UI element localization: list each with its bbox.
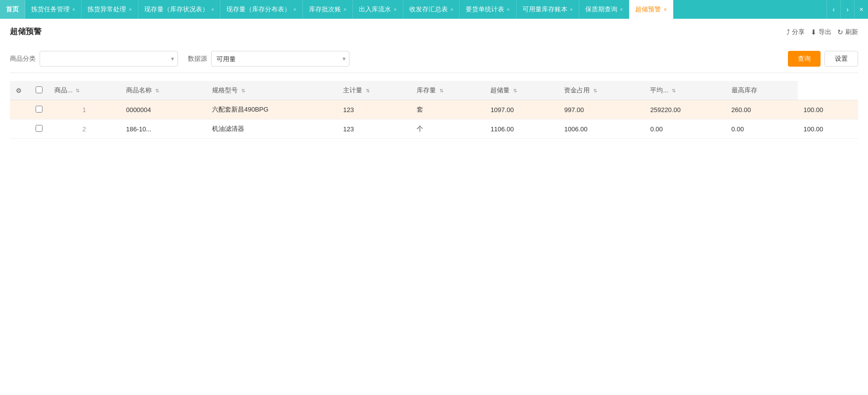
row-spec: 123: [337, 100, 411, 119]
row-settings: [10, 100, 30, 119]
query-button[interactable]: 查询: [788, 51, 821, 67]
filter-row: 商品分类 数据源 可用量 库存量 查询 设置: [10, 45, 858, 73]
filter-actions: 查询 设置: [788, 51, 858, 67]
page-header: 超储预警 ⤴ 分享 ⬇ 导出 ↻ 刷新: [10, 27, 858, 37]
nav-inventory-status[interactable]: 现存量（库存状况表） ×: [138, 0, 220, 19]
th-avg[interactable]: 平均... ⇅: [644, 81, 725, 100]
row-stock-qty: 1097.00: [484, 100, 558, 119]
row-unit: 套: [411, 100, 484, 119]
nav-task-mgmt[interactable]: 拣货任务管理 ×: [25, 0, 82, 19]
th-unit[interactable]: 主计量 ⇅: [337, 81, 411, 100]
th-max-stock[interactable]: 最高库存: [726, 81, 798, 100]
close-icon[interactable]: ×: [570, 6, 573, 12]
row-max-stock: 100.00: [798, 100, 859, 119]
row-product-name: 机油滤清器: [206, 119, 337, 139]
category-label: 商品分类: [10, 54, 36, 63]
row-check-cell[interactable]: [30, 119, 48, 139]
select-all-checkbox[interactable]: [36, 86, 43, 93]
sort-icon: ⇅: [439, 88, 443, 93]
row-over-qty: 997.00: [558, 100, 644, 119]
row-capital-used: 259220.00: [644, 100, 725, 119]
table-container: ⚙ 商品... ⇅ 商品名称 ⇅ 规格型号 ⇅: [10, 81, 858, 139]
nav-shelf-life[interactable]: 保质期查询 ×: [579, 0, 629, 19]
nav-inout-flow[interactable]: 出入库流水 ×: [353, 0, 403, 19]
sort-icon: ⇅: [76, 88, 80, 93]
nav-order-stat[interactable]: 要货单统计表 ×: [460, 0, 516, 19]
refresh-button[interactable]: ↻ 刷新: [837, 28, 858, 37]
row-capital-used: 0.00: [644, 119, 725, 139]
gear-icon: ⚙: [16, 87, 22, 94]
nav-close-arrow[interactable]: ×: [854, 0, 868, 19]
th-stock-qty[interactable]: 库存量 ⇅: [411, 81, 484, 100]
category-select[interactable]: [40, 51, 178, 67]
row-checkbox[interactable]: [36, 106, 43, 113]
close-icon[interactable]: ×: [129, 6, 131, 12]
main-content: 超储预警 ⤴ 分享 ⬇ 导出 ↻ 刷新 商品分类: [0, 19, 868, 395]
nav-collect[interactable]: 收发存汇总表 ×: [403, 0, 460, 19]
close-icon[interactable]: ×: [507, 6, 510, 12]
share-icon: ⤴: [786, 28, 790, 36]
close-icon[interactable]: ×: [72, 6, 75, 12]
header-actions: ⤴ 分享 ⬇ 导出 ↻ 刷新: [786, 28, 858, 37]
row-avg: 260.00: [726, 100, 798, 119]
refresh-icon: ↻: [837, 28, 843, 36]
sort-icon: ⇅: [155, 88, 159, 93]
nav-arrows: ‹ › ×: [826, 0, 868, 19]
th-product-name[interactable]: 商品名称 ⇅: [120, 81, 206, 100]
nav-left-arrow[interactable]: ‹: [826, 0, 840, 19]
datasource-select[interactable]: 可用量 库存量: [211, 51, 349, 67]
table-header: ⚙ 商品... ⇅ 商品名称 ⇅ 规格型号 ⇅: [10, 81, 858, 100]
nav-inventory-dist[interactable]: 现存量（库存分布表） ×: [220, 0, 303, 19]
row-spec: 123: [337, 119, 411, 139]
category-select-wrapper: [40, 51, 178, 67]
page-title: 超储预警: [10, 27, 42, 37]
row-product-name: 六配套新昌490BPG: [206, 100, 337, 119]
th-spec[interactable]: 规格型号 ⇅: [206, 81, 337, 100]
table-row: 2 186-10... 机油滤清器 123 个 1106.00 1006.00 …: [10, 119, 858, 139]
row-max-stock: 100.00: [798, 119, 859, 139]
row-avg: 0.00: [726, 119, 798, 139]
row-product-code: 0000004: [120, 100, 206, 119]
datasource-label: 数据源: [188, 54, 207, 63]
th-gear[interactable]: ⚙: [10, 81, 30, 100]
th-capital-used[interactable]: 资金占用 ⇅: [558, 81, 644, 100]
datasource-filter-group: 数据源 可用量 库存量: [188, 51, 349, 67]
th-check[interactable]: [30, 81, 48, 100]
share-button[interactable]: ⤴ 分享: [786, 28, 805, 37]
close-icon[interactable]: ×: [663, 6, 666, 12]
settings-button[interactable]: 设置: [825, 51, 858, 67]
row-checkbox[interactable]: [36, 125, 43, 132]
sort-icon: ⇅: [241, 88, 245, 93]
data-table: ⚙ 商品... ⇅ 商品名称 ⇅ 规格型号 ⇅: [10, 81, 858, 139]
close-icon[interactable]: ×: [211, 6, 214, 12]
nav-right-arrow[interactable]: ›: [840, 0, 854, 19]
close-icon[interactable]: ×: [293, 6, 296, 12]
export-icon: ⬇: [811, 28, 817, 36]
th-over-qty[interactable]: 超储量 ⇅: [484, 81, 558, 100]
nav-exception[interactable]: 拣货异常处理 ×: [82, 0, 138, 19]
nav-batch[interactable]: 库存批次账 ×: [303, 0, 353, 19]
th-product-code[interactable]: 商品... ⇅: [48, 81, 120, 100]
table-row: 1 0000004 六配套新昌490BPG 123 套 1097.00 997.…: [10, 100, 858, 119]
sort-icon: ⇅: [513, 88, 517, 93]
close-icon[interactable]: ×: [344, 6, 347, 12]
sort-icon: ⇅: [593, 88, 597, 93]
close-icon[interactable]: ×: [393, 6, 396, 12]
nav-home[interactable]: 首页: [0, 0, 25, 19]
row-num-cell: 1: [48, 100, 120, 119]
close-icon[interactable]: ×: [450, 6, 453, 12]
export-button[interactable]: ⬇ 导出: [811, 28, 831, 37]
row-unit: 个: [411, 119, 484, 139]
datasource-select-wrapper: 可用量 库存量: [211, 51, 349, 67]
row-stock-qty: 1106.00: [484, 119, 558, 139]
table-body: 1 0000004 六配套新昌490BPG 123 套 1097.00 997.…: [10, 100, 858, 139]
nav-avail-ledger[interactable]: 可用量库存账本 ×: [517, 0, 579, 19]
close-icon[interactable]: ×: [620, 6, 623, 12]
row-over-qty: 1006.00: [558, 119, 644, 139]
category-filter-group: 商品分类: [10, 51, 178, 67]
row-check-cell[interactable]: [30, 100, 48, 119]
nav-overstock[interactable]: 超储预警 ×: [629, 0, 673, 19]
row-product-code: 186-10...: [120, 119, 206, 139]
top-nav: 首页 拣货任务管理 × 拣货异常处理 × 现存量（库存状况表） × 现存量（库存…: [0, 0, 868, 19]
row-num-cell: 2: [48, 119, 120, 139]
